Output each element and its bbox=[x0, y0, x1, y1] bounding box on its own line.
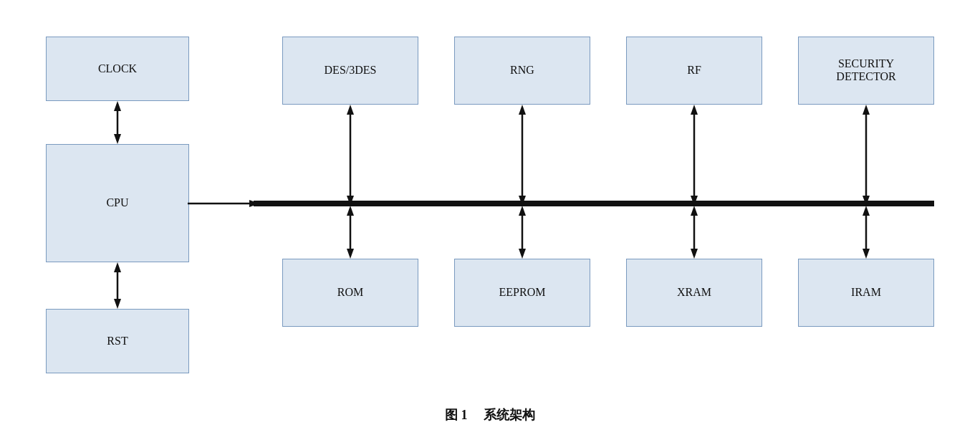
des3des-block: DES/3DES bbox=[282, 37, 418, 105]
xram-label: XRAM bbox=[677, 286, 711, 299]
rf-block: RF bbox=[626, 37, 762, 105]
cpu-rst-arrow bbox=[110, 262, 125, 309]
svg-marker-18 bbox=[519, 206, 526, 216]
rng-label: RNG bbox=[510, 64, 534, 77]
cpu-bus-arrow bbox=[188, 198, 259, 209]
rom-block: ROM bbox=[282, 259, 418, 327]
security-detector-arrow bbox=[859, 105, 873, 259]
rf-label: RF bbox=[687, 64, 701, 77]
rst-label: RST bbox=[107, 335, 128, 348]
clock-block: CLOCK bbox=[46, 37, 189, 101]
iram-block: IRAM bbox=[798, 259, 934, 327]
svg-marker-12 bbox=[347, 206, 354, 216]
svg-marker-5 bbox=[114, 299, 121, 309]
fig-title: 系统架构 bbox=[484, 408, 535, 422]
rf-arrow bbox=[687, 105, 701, 259]
iram-label: IRAM bbox=[851, 286, 881, 299]
svg-marker-10 bbox=[347, 196, 354, 206]
clock-cpu-arrow bbox=[110, 101, 125, 144]
svg-marker-19 bbox=[519, 249, 526, 259]
svg-marker-13 bbox=[347, 249, 354, 259]
svg-marker-25 bbox=[691, 249, 698, 259]
security-detector-label: SECURITY DETECTOR bbox=[836, 57, 895, 83]
figure-caption: 图 1 系统架构 bbox=[24, 406, 956, 424]
svg-marker-22 bbox=[691, 196, 698, 206]
security-detector-block: SECURITY DETECTOR bbox=[798, 37, 934, 105]
svg-marker-15 bbox=[519, 105, 526, 115]
svg-marker-28 bbox=[863, 196, 870, 206]
svg-marker-1 bbox=[114, 101, 121, 111]
rng-block: RNG bbox=[454, 37, 590, 105]
svg-marker-31 bbox=[863, 249, 870, 259]
svg-marker-30 bbox=[863, 206, 870, 216]
rng-arrow bbox=[515, 105, 529, 259]
svg-marker-9 bbox=[347, 105, 354, 115]
cpu-label: CPU bbox=[106, 196, 128, 209]
des3des-label: DES/3DES bbox=[325, 64, 377, 77]
svg-marker-4 bbox=[114, 262, 121, 272]
svg-marker-24 bbox=[691, 206, 698, 216]
diagram: CLOCK CPU RST DES/3DES RNG RF bbox=[24, 15, 956, 431]
xram-block: XRAM bbox=[626, 259, 762, 327]
svg-marker-27 bbox=[863, 105, 870, 115]
eeprom-label: EEPROM bbox=[499, 286, 546, 299]
eeprom-block: EEPROM bbox=[454, 259, 590, 327]
des3des-arrow bbox=[343, 105, 357, 259]
rom-label: ROM bbox=[337, 286, 363, 299]
svg-marker-21 bbox=[691, 105, 698, 115]
rst-block: RST bbox=[46, 309, 189, 373]
cpu-block: CPU bbox=[46, 144, 189, 262]
svg-marker-16 bbox=[519, 196, 526, 206]
fig-num: 图 1 bbox=[445, 408, 468, 422]
svg-marker-2 bbox=[114, 134, 121, 144]
clock-label: CLOCK bbox=[98, 62, 137, 75]
